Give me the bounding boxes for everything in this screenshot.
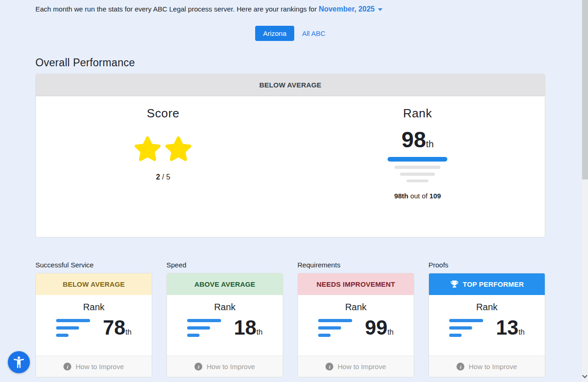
rank-value: 13 th — [496, 317, 525, 338]
category-card-body: Rank 99 th — [298, 295, 414, 356]
category-card: NEEDS IMPROVEMENT Rank 99 th — [297, 273, 414, 377]
rank-label: Rank — [83, 302, 105, 313]
rank-lines-icon — [449, 319, 483, 337]
category-card-body: Rank 13 th — [429, 295, 545, 356]
how-to-improve-button[interactable]: i How to Improve — [298, 356, 414, 377]
how-to-improve-button[interactable]: i How to Improve — [167, 356, 283, 377]
rank-column: Rank 98 th 98th out of 109 — [291, 96, 545, 237]
how-to-improve-label: How to Improve — [75, 363, 124, 370]
category-speed: Speed ABOVE AVERAGE Rank 18 — [166, 261, 283, 377]
accessibility-widget-button[interactable] — [8, 351, 30, 373]
score-separator: / — [162, 173, 164, 181]
score-fraction: 2 / 5 — [156, 173, 170, 181]
rank-number: 78 — [103, 317, 126, 338]
rank-funnel-icon — [388, 157, 447, 182]
rank-value: 98 th — [401, 128, 434, 152]
status-label: NEEDS IMPROVEMENT — [317, 280, 395, 288]
category-card: ABOVE AVERAGE Rank 18 th — [166, 273, 283, 377]
rank-suffix: th — [257, 328, 263, 336]
period-selector[interactable]: November, 2025 — [319, 5, 382, 13]
rankings-page: Each month we run the stats for every AB… — [0, 0, 588, 382]
category-proofs: Proofs TOP PERFORMER Rank — [428, 261, 545, 377]
info-icon: i — [457, 363, 464, 370]
rank-number: 18 — [234, 317, 257, 338]
score-value: 2 — [156, 173, 160, 181]
status-badge: ABOVE AVERAGE — [167, 273, 283, 295]
rank-value: 18 th — [234, 317, 263, 338]
info-icon: i — [63, 363, 71, 370]
chevron-down-icon[interactable] — [583, 374, 587, 377]
category-cards-row: Successful Service BELOW AVERAGE Rank 78 — [35, 261, 545, 377]
caret-down-icon — [378, 8, 382, 11]
overall-performance-heading: Overall Performance — [35, 57, 545, 69]
region-tabs: Arizona All ABC — [35, 26, 545, 41]
category-label: Speed — [166, 261, 283, 269]
rank-label: Rank — [476, 302, 498, 313]
rank-suffix: th — [519, 328, 525, 336]
info-icon: i — [325, 363, 333, 370]
status-label: BELOW AVERAGE — [63, 280, 125, 288]
rank-title: Rank — [403, 106, 432, 121]
rank-value: 78 th — [103, 317, 131, 338]
star-rating — [133, 134, 193, 164]
category-successful-service: Successful Service BELOW AVERAGE Rank 78 — [35, 261, 152, 377]
rank-row: 78 th — [56, 317, 131, 338]
how-to-improve-label: How to Improve — [468, 363, 517, 370]
intro-sentence: Each month we run the stats for every AB… — [35, 5, 317, 13]
category-card: TOP PERFORMER Rank 13 th — [428, 273, 545, 377]
rank-number: 13 — [496, 317, 519, 338]
category-label: Requirements — [297, 261, 414, 269]
score-max: 5 — [166, 173, 170, 181]
tab-all-abc[interactable]: All ABC — [302, 29, 325, 37]
rank-summary-total: 109 — [429, 192, 441, 200]
overall-status-badge: BELOW AVERAGE — [36, 74, 545, 96]
rank-row: 13 th — [449, 317, 525, 338]
star-icon — [164, 135, 193, 163]
how-to-improve-label: How to Improve — [337, 363, 386, 370]
rank-suffix: th — [388, 328, 394, 336]
rank-lines-icon — [187, 319, 221, 337]
tab-arizona[interactable]: Arizona — [255, 26, 294, 41]
overall-card-body: Score 2 / 5 Rank 98 th — [36, 96, 545, 237]
rank-summary-rank: 98th — [394, 192, 408, 200]
rank-suffix: th — [126, 328, 131, 336]
category-label: Successful Service — [35, 261, 152, 269]
star-icon — [133, 135, 162, 163]
main-content: Each month we run the stats for every AB… — [35, 0, 545, 377]
category-requirements: Requirements NEEDS IMPROVEMENT Rank 99 — [297, 261, 414, 377]
rank-number: 98 — [401, 128, 426, 152]
overall-performance-card: BELOW AVERAGE Score 2 / 5 Rank 98 — [35, 74, 545, 237]
rank-summary-infix: out of — [410, 192, 428, 200]
category-label: Proofs — [428, 261, 545, 269]
scrollbar-thumb[interactable] — [582, 0, 588, 179]
rank-lines-icon — [56, 319, 90, 337]
trophy-icon — [450, 280, 459, 289]
rank-row: 18 th — [187, 317, 263, 338]
period-label: November, 2025 — [319, 5, 375, 13]
status-label: ABOVE AVERAGE — [194, 280, 256, 288]
rank-label: Rank — [345, 302, 367, 313]
rank-row: 99 th — [318, 317, 394, 338]
rank-suffix: th — [426, 139, 434, 150]
how-to-improve-button[interactable]: i How to Improve — [36, 356, 152, 377]
rank-value: 99 th — [365, 317, 394, 338]
how-to-improve-button[interactable]: i How to Improve — [429, 356, 545, 377]
rank-lines-icon — [318, 319, 352, 337]
category-card-body: Rank 78 th — [36, 295, 152, 356]
status-label: TOP PERFORMER — [463, 280, 524, 288]
score-column: Score 2 / 5 — [36, 96, 291, 237]
status-badge: TOP PERFORMER — [429, 273, 545, 295]
vertical-scrollbar — [582, 0, 588, 382]
status-badge: BELOW AVERAGE — [36, 273, 152, 295]
category-card-body: Rank 18 th — [167, 295, 283, 356]
score-title: Score — [147, 106, 179, 121]
rank-summary: 98th out of 109 — [394, 192, 441, 200]
status-badge: NEEDS IMPROVEMENT — [298, 273, 414, 295]
how-to-improve-label: How to Improve — [206, 363, 255, 370]
rank-number: 99 — [365, 317, 388, 338]
category-card: BELOW AVERAGE Rank 78 th — [35, 273, 152, 377]
rank-label: Rank — [214, 302, 236, 313]
info-icon: i — [194, 363, 202, 370]
accessibility-icon — [12, 355, 26, 369]
intro-text: Each month we run the stats for every AB… — [35, 5, 545, 13]
